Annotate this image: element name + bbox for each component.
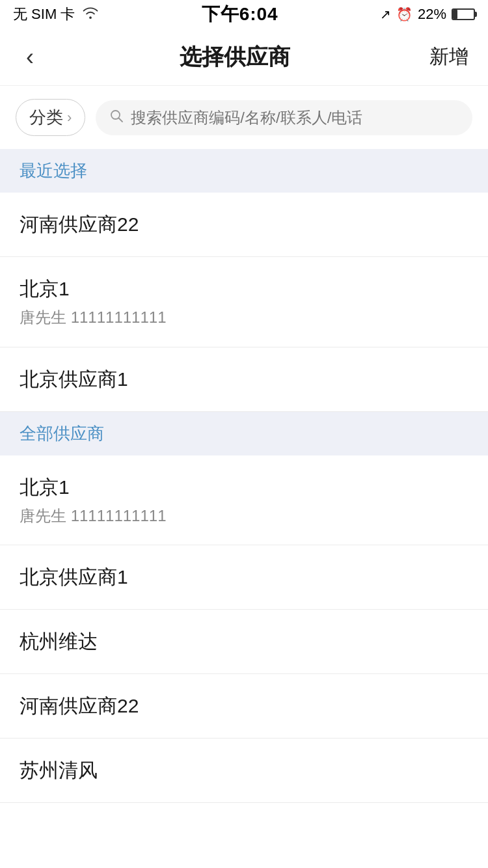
recent-list: 河南供应商22北京1唐先生 11111111111北京供应商1 xyxy=(0,193,488,412)
location-icon: ↗ xyxy=(380,7,391,22)
status-right: ↗ ⏰ 22% xyxy=(380,6,475,23)
wifi-icon xyxy=(81,6,100,23)
list-item[interactable]: 北京供应商1 xyxy=(0,545,488,610)
item-sub: 唐先生 11111111111 xyxy=(20,306,468,329)
list-item[interactable]: 北京1唐先生 11111111111 xyxy=(0,455,488,546)
list-item[interactable]: 北京1唐先生 11111111111 xyxy=(0,257,488,347)
item-name: 北京供应商1 xyxy=(20,563,468,591)
category-filter-button[interactable]: 分类 › xyxy=(16,99,85,136)
search-input[interactable] xyxy=(131,109,459,127)
page-title: 选择供应商 xyxy=(180,42,290,72)
all-section-header: 全部供应商 xyxy=(0,412,488,455)
item-name: 北京供应商1 xyxy=(20,366,468,393)
add-button[interactable]: 新增 xyxy=(429,44,468,70)
list-item[interactable]: 苏州清风 xyxy=(0,739,488,803)
item-name: 杭州维达 xyxy=(20,628,468,655)
svg-line-1 xyxy=(119,118,123,122)
alarm-icon: ⏰ xyxy=(396,7,413,22)
search-icon xyxy=(109,108,124,128)
item-name: 北京1 xyxy=(20,474,468,501)
item-name: 河南供应商22 xyxy=(20,211,468,238)
status-time: 下午6:04 xyxy=(202,2,278,27)
filter-bar: 分类 › xyxy=(0,86,488,149)
nav-bar: ‹ 选择供应商 新增 xyxy=(0,29,488,86)
item-sub: 唐先生 11111111111 xyxy=(20,505,468,527)
item-name: 苏州清风 xyxy=(20,757,468,784)
list-item[interactable]: 杭州维达 xyxy=(0,610,488,674)
list-item[interactable]: 河南供应商22 xyxy=(0,674,488,739)
item-name: 北京1 xyxy=(20,275,468,303)
recent-section-header: 最近选择 xyxy=(0,149,488,193)
all-list: 北京1唐先生 11111111111北京供应商1杭州维达河南供应商22苏州清风 xyxy=(0,455,488,804)
status-left: 无 SIM 卡 xyxy=(13,5,100,24)
chevron-right-icon: › xyxy=(67,109,72,126)
battery-label: 22% xyxy=(418,6,446,23)
battery-icon xyxy=(452,8,475,20)
back-button[interactable]: ‹ xyxy=(20,37,40,77)
list-item[interactable]: 北京供应商1 xyxy=(0,347,488,412)
category-label: 分类 xyxy=(29,106,63,129)
item-name: 河南供应商22 xyxy=(20,692,468,720)
carrier-label: 无 SIM 卡 xyxy=(13,5,75,24)
search-box xyxy=(96,100,472,135)
status-bar: 无 SIM 卡 下午6:04 ↗ ⏰ 22% xyxy=(0,0,488,29)
list-item[interactable]: 河南供应商22 xyxy=(0,193,488,257)
